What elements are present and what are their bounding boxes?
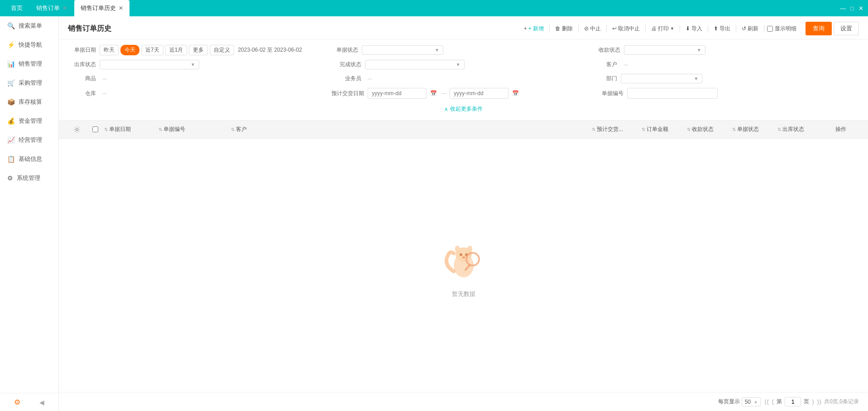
page-first-button[interactable]: ⟨⟨ xyxy=(764,398,769,406)
warehouse-filter: ··· xyxy=(100,90,331,97)
sort-icon-order-status: ⇅ xyxy=(732,127,736,132)
table-header: ⇅ 单据日期 ⇅ 单据编号 ⇅ 客户 ⇅ 预计交货... ⇅ 订单金额 xyxy=(59,121,868,139)
calendar-end-icon[interactable]: 📅 xyxy=(510,90,521,97)
sidebar-item-search[interactable]: 🔍 搜索菜单 xyxy=(0,16,58,35)
date-btn-more[interactable]: 更多 xyxy=(189,45,208,55)
collapse-label: 收起更多条件 xyxy=(450,105,483,113)
print-button[interactable]: 🖨 打印 ▼ xyxy=(648,23,677,34)
salesperson-picker[interactable]: ··· xyxy=(365,76,375,82)
tab-sales-order-label: 销售订单 xyxy=(36,4,60,12)
sidebar-item-operations[interactable]: 📈 经营管理 xyxy=(0,131,58,150)
sidebar-item-basics[interactable]: 📋 基础信息 xyxy=(0,150,58,169)
out-status-label: 出库状态 xyxy=(68,61,100,68)
status-filter: ▼ xyxy=(362,45,597,55)
tab-list: 首页 销售订单 ✕ 销售订单历史 ✕ xyxy=(5,0,129,16)
status-select[interactable]: ▼ xyxy=(362,45,443,55)
sidebar-item-sales[interactable]: 📊 销售管理 xyxy=(0,54,58,73)
complete-select[interactable]: ▼ xyxy=(365,60,465,69)
purchase-icon: 🛒 xyxy=(7,79,15,87)
tab-sales-order[interactable]: 销售订单 ✕ xyxy=(30,0,73,16)
new-button[interactable]: + + 新增 xyxy=(521,23,547,34)
toolbar: + + 新增 🗑 删除 ⊘ 中止 ↩ 取消中止 xyxy=(521,22,859,35)
tab-sales-order-close[interactable]: ✕ xyxy=(62,5,67,11)
col-header-customer[interactable]: ⇅ 客户 xyxy=(231,126,592,133)
tab-sales-history-close[interactable]: ✕ xyxy=(119,5,123,11)
delivery-start-input[interactable] xyxy=(368,88,427,99)
col-header-order-status[interactable]: ⇅ 单据状态 xyxy=(732,126,777,133)
sidebar-item-system[interactable]: ⚙ 系统管理 xyxy=(0,169,58,188)
out-status-select[interactable]: ▼ xyxy=(100,60,199,69)
show-detail-label: 显示明细 xyxy=(775,25,796,33)
customer-label: 客户 xyxy=(603,61,621,68)
delete-button[interactable]: 🗑 删除 xyxy=(552,23,575,34)
delivery-end-input[interactable] xyxy=(450,88,508,99)
col-select-all[interactable] xyxy=(86,126,104,132)
date-btn-custom[interactable]: 自定义 xyxy=(210,45,234,55)
collapse-button[interactable]: ∧ 收起更多条件 xyxy=(442,103,484,115)
sidebar-item-purchase[interactable]: 🛒 采购管理 xyxy=(0,73,58,92)
sidebar: 🔍 搜索菜单 ⚡ 快捷导航 📊 销售管理 🛒 采购管理 📦 库存核算 💰 资金管… xyxy=(0,16,59,411)
sidebar-item-inventory[interactable]: 📦 库存核算 xyxy=(0,92,58,111)
complete-label: 完成状态 xyxy=(338,61,365,68)
sidebar-settings-icon[interactable]: ⚙ xyxy=(14,398,20,406)
status-select-arrow: ▼ xyxy=(435,48,439,53)
export-button[interactable]: ⬆ 导出 xyxy=(711,23,733,34)
page-size-value[interactable]: 50 ▼ xyxy=(742,397,761,406)
stop-button[interactable]: ⊘ 中止 xyxy=(581,23,604,34)
col-settings[interactable] xyxy=(68,126,86,133)
date-btn-7days[interactable]: 近7天 xyxy=(141,45,163,55)
minimize-button[interactable]: — xyxy=(840,5,846,12)
payment-select[interactable]: ▼ xyxy=(624,45,705,55)
col-header-payment[interactable]: ⇅ 收款状态 xyxy=(687,126,732,133)
sort-icon-out-status: ⇅ xyxy=(777,127,781,132)
setting-button[interactable]: 设置 xyxy=(834,22,859,35)
empty-text: 暂无数据 xyxy=(452,290,475,298)
date-btn-today[interactable]: 今天 xyxy=(120,45,139,55)
inventory-icon: 📦 xyxy=(7,98,15,106)
sidebar-item-quick-nav[interactable]: ⚡ 快捷导航 xyxy=(0,35,58,54)
goods-picker[interactable]: ··· xyxy=(100,76,110,82)
sidebar-item-search-label: 搜索菜单 xyxy=(19,22,42,30)
calendar-start-icon[interactable]: 📅 xyxy=(428,90,439,97)
customer-picker[interactable]: ··· xyxy=(621,62,631,68)
export-icon: ⬆ xyxy=(714,25,718,32)
col-header-sno[interactable]: ⇅ 单据编号 xyxy=(158,126,231,133)
query-button[interactable]: 查询 xyxy=(806,22,832,35)
col-header-delivery[interactable]: ⇅ 预计交货... xyxy=(592,126,642,133)
show-detail-checkbox-label[interactable]: 显示明细 xyxy=(767,25,796,33)
out-status-arrow: ▼ xyxy=(191,62,195,67)
print-icon: 🖨 xyxy=(651,25,657,32)
page-title: 销售订单历史 xyxy=(68,24,111,34)
show-detail-checkbox[interactable] xyxy=(767,26,773,32)
col-header-out-status[interactable]: ⇅ 出库状态 xyxy=(777,126,823,133)
col-header-date[interactable]: ⇅ 单据日期 xyxy=(104,126,158,133)
empty-state: 暂无数据 xyxy=(59,139,868,392)
tab-sales-history[interactable]: 销售订单历史 ✕ xyxy=(74,0,129,16)
refresh-button[interactable]: ↺ 刷新 xyxy=(739,23,761,34)
warehouse-picker[interactable]: ··· xyxy=(100,90,110,97)
page-prev-button[interactable]: ⟨ xyxy=(772,398,774,406)
top-bar: 首页 销售订单 ✕ 销售订单历史 ✕ — □ ✕ xyxy=(0,0,868,16)
page-next-button[interactable]: ⟩ xyxy=(812,398,814,406)
customer-filter: ··· xyxy=(621,62,859,68)
date-btn-yesterday[interactable]: 昨天 xyxy=(100,45,119,55)
page-size-label: 每页显示 xyxy=(718,398,740,406)
page-last-button[interactable]: ⟩⟩ xyxy=(817,398,821,406)
date-btn-1month[interactable]: 近1月 xyxy=(165,45,187,55)
import-button[interactable]: ⬇ 导入 xyxy=(683,23,705,34)
sidebar-collapse-icon[interactable]: ◀ xyxy=(39,399,44,406)
maximize-button[interactable]: □ xyxy=(850,5,854,12)
sno-input[interactable] xyxy=(627,88,718,99)
select-all-checkbox[interactable] xyxy=(92,126,98,132)
tab-home[interactable]: 首页 xyxy=(5,0,29,16)
dept-select[interactable]: ▼ xyxy=(621,74,702,83)
svg-point-0 xyxy=(76,128,78,131)
sidebar-item-finance[interactable]: 💰 资金管理 xyxy=(0,111,58,131)
cancel-stop-button[interactable]: ↩ 取消中止 xyxy=(609,23,643,34)
close-button[interactable]: ✕ xyxy=(858,5,863,12)
window-controls: — □ ✕ xyxy=(840,5,863,12)
pagination: 每页显示 50 ▼ ⟨⟨ ⟨ 第 页 ⟩ ⟩⟩ 共0页,0条记录 xyxy=(59,392,868,411)
page-number-input[interactable] xyxy=(785,397,801,406)
col-header-action: 操作 xyxy=(823,126,859,133)
col-header-amount[interactable]: ⇅ 订单金额 xyxy=(642,126,687,133)
